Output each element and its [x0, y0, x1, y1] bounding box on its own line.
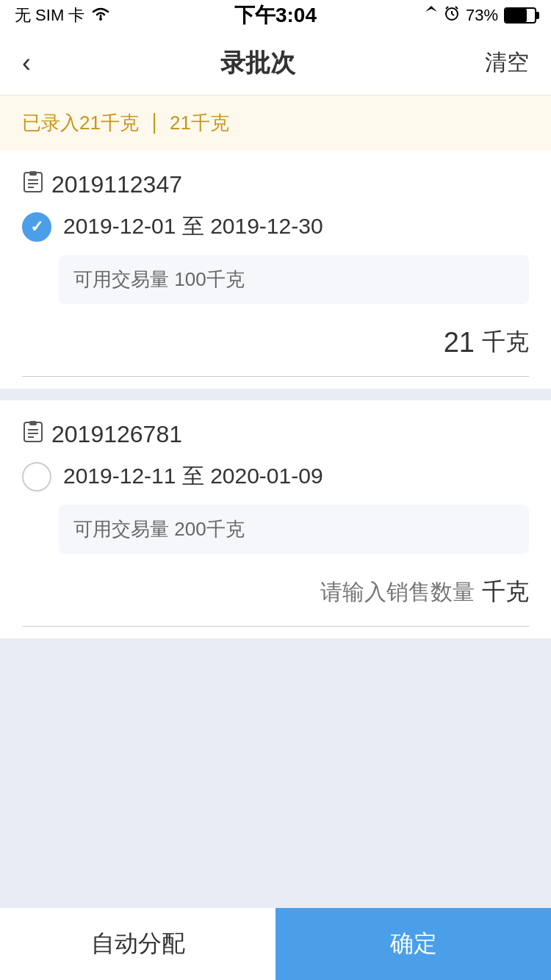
info-divider	[154, 113, 155, 134]
battery-percent: 73%	[466, 6, 498, 25]
battery-fill	[505, 9, 527, 22]
batch-card-2: 2019126781 2019-12-11 至 2020-01-09 可用交易量…	[0, 400, 551, 638]
batch-2-avail-text: 可用交易量 200千克	[73, 518, 245, 540]
batch-1-unit: 千克	[482, 326, 529, 359]
batch-2-radio[interactable]	[22, 462, 51, 491]
recorded-label: 已录入21千克	[22, 110, 139, 136]
battery-icon	[504, 7, 536, 24]
svg-rect-12	[29, 421, 37, 425]
batch-2-header: 2019126781	[0, 400, 551, 455]
batch-1-header: 2019112347	[0, 151, 551, 206]
info-amount: 21千克	[170, 110, 229, 136]
batch-1-radio[interactable]	[22, 212, 51, 242]
batch-1-date: 2019-12-01 至 2019-12-30	[63, 212, 323, 242]
page-title: 录批次	[220, 46, 295, 80]
svg-point-0	[99, 18, 102, 21]
alarm-icon	[444, 5, 460, 26]
batch-2-id: 2019126781	[51, 421, 182, 448]
bottom-buttons: 自动分配 确定	[0, 908, 551, 980]
section-divider	[0, 389, 551, 400]
auto-distribute-button[interactable]: 自动分配	[0, 908, 276, 980]
batch-1-avail: 可用交易量 100千克	[59, 255, 529, 304]
batch-card-1: 2019112347 2019-12-01 至 2019-12-30 可用交易量…	[0, 151, 551, 389]
batch-1-amount-row: 千克	[0, 319, 551, 376]
confirm-button[interactable]: 确定	[276, 908, 551, 980]
batch-1-avail-text: 可用交易量 100千克	[73, 268, 245, 290]
batch-2-amount-row: 千克	[0, 569, 551, 626]
wifi-icon	[90, 5, 111, 26]
status-left: 无 SIM 卡	[15, 4, 111, 26]
batch-2-date: 2019-12-11 至 2020-01-09	[63, 461, 323, 491]
location-icon	[425, 5, 438, 26]
batch-2-avail: 可用交易量 200千克	[59, 505, 529, 554]
nav-bar: ‹ 录批次 清空	[0, 31, 551, 96]
svg-line-4	[446, 7, 448, 9]
svg-rect-7	[29, 171, 37, 176]
status-time: 下午3:04	[234, 1, 317, 29]
status-bar: 无 SIM 卡 下午3:04 73%	[0, 0, 551, 31]
clear-button[interactable]: 清空	[485, 48, 529, 78]
batch-1-date-row[interactable]: 2019-12-01 至 2019-12-30	[0, 206, 551, 249]
bottom-area	[0, 638, 551, 954]
batch-2-date-row[interactable]: 2019-12-11 至 2020-01-09	[0, 455, 551, 499]
batch-2-unit: 千克	[482, 576, 529, 608]
svg-line-5	[455, 7, 458, 9]
carrier-text: 无 SIM 卡	[15, 4, 84, 26]
status-right: 73%	[425, 5, 536, 26]
batch-1-amount-input[interactable]	[386, 327, 475, 359]
back-button[interactable]: ‹	[22, 48, 31, 79]
batch-2-icon	[22, 421, 44, 448]
batch-1-icon	[22, 171, 44, 198]
batch-2-amount-input[interactable]	[254, 580, 475, 605]
batch-1-id: 2019112347	[51, 171, 182, 198]
svg-line-3	[452, 14, 454, 15]
info-banner: 已录入21千克 21千克	[0, 96, 551, 151]
